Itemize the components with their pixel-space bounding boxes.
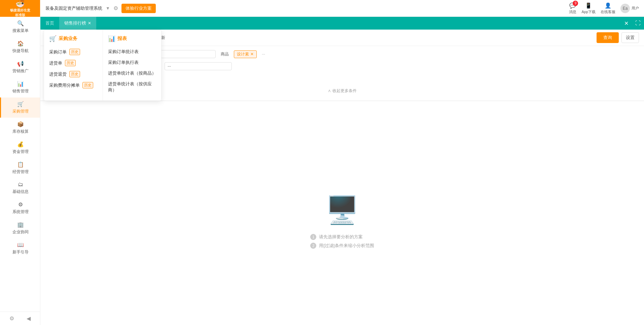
finance-icon: 💰: [17, 141, 24, 148]
report-section-icon: 📊: [108, 35, 115, 42]
sidebar-item-enterprise[interactable]: 🏢 企业协同: [0, 218, 40, 238]
avatar-text: Ea: [623, 6, 628, 11]
goods-tag-text: 设计素: [237, 51, 249, 57]
purchase-expense-label: 采购费用分摊单: [49, 82, 80, 88]
tab-bar-actions: ✕ ⛶: [621, 20, 644, 27]
sidebar-item-guide[interactable]: 📖 新手引导: [0, 238, 40, 258]
sales-icon: 📊: [17, 81, 24, 87]
enterprise-icon: 🏢: [17, 221, 24, 228]
purchase-section-title: 🛒 采购业务: [49, 35, 98, 42]
report-section-title: 📊 报表: [108, 35, 156, 42]
empty-text: 1 请先选择要分析的方案 2 用[过滤]条件来缩小分析范围: [310, 233, 374, 250]
tab-close-icon[interactable]: ✕: [88, 21, 91, 26]
settings-footer-btn[interactable]: ⚙: [9, 315, 14, 322]
sidebar-item-system-label: 系统管理: [12, 209, 29, 215]
incoming-stat-supplier-item[interactable]: 进货单统计表（按供应商）: [108, 79, 156, 95]
report-section: 📊 报表 采购订单统计表 采购订单执行表 进货单统计表（按商品） 进货单统计表（…: [103, 30, 162, 100]
purchase-order-item[interactable]: 采购订单 历史: [49, 46, 98, 57]
sidebar-item-basic-label: 基础信息: [12, 189, 29, 195]
purchase-section-icon: 🛒: [49, 35, 57, 42]
app-label: App下载: [581, 9, 596, 14]
incoming-stat-goods-label: 进货单统计表（按商品）: [108, 70, 156, 76]
sidebar-logo: 🍜 畅捷通好生意 标准版: [0, 0, 40, 17]
salesperson-dots: ···: [168, 64, 171, 69]
service-label: 在线客服: [601, 9, 615, 14]
purchase-expense-item[interactable]: 采购费用分摊单 历史: [49, 80, 98, 91]
purchase-order-stat-label: 采购订单统计表: [108, 49, 139, 55]
service-icon: 👤: [605, 2, 611, 9]
query-button[interactable]: 查询: [597, 32, 619, 43]
sidebar-nav: 🔍 搜索菜单 🏠 快捷导航 📢 营销推广 📊 销售管理 🛒 采购管理 📦 库存核…: [0, 17, 40, 312]
salesperson-filter-input[interactable]: ···: [165, 62, 232, 70]
user-btn[interactable]: Ea 用户: [620, 4, 639, 13]
sidebar-item-inventory[interactable]: 📦 库存核算: [0, 118, 40, 138]
tab-bar-close-btn[interactable]: ✕: [621, 20, 632, 27]
step2-num: 2: [310, 243, 316, 249]
purchase-order-exec-label: 采购订单执行表: [108, 59, 139, 66]
logo-brand: 畅捷通好生意: [10, 8, 30, 13]
collapse-sidebar-btn[interactable]: ◀: [27, 315, 31, 322]
industry-btn[interactable]: 体验行业方案: [121, 4, 156, 13]
goods-filter-dots[interactable]: ···: [262, 52, 265, 56]
sidebar-item-sales[interactable]: 📊 销售管理: [0, 77, 40, 97]
tab-sales-ranking-label: 销售排行榜: [64, 20, 86, 26]
goods-tag-close-icon[interactable]: ✕: [250, 52, 254, 56]
goods-filter-tag: 设计素 ✕: [234, 50, 257, 58]
app-download-btn[interactable]: 📱 App下载: [581, 2, 596, 14]
tab-bar-expand-btn[interactable]: ⛶: [632, 20, 644, 27]
settings-button[interactable]: 设置: [621, 32, 639, 43]
report-section-title-text: 报表: [117, 36, 127, 42]
purchase-section-title-text: 采购业务: [59, 36, 77, 42]
empty-state: 🖥️ 1 请先选择要分析的方案 2 用[过滤]条件来缩小分析范围: [40, 101, 644, 325]
tab-sales-ranking[interactable]: 销售排行榜 ✕: [59, 17, 96, 30]
purchase-return-item[interactable]: 进货退货 历史: [49, 69, 98, 80]
purchase-order-label: 采购订单: [49, 49, 67, 55]
step2-text: 用[过滤]条件来缩小分析范围: [319, 241, 374, 250]
sidebar-item-system[interactable]: ⚙ 系统管理: [0, 198, 40, 218]
sidebar-item-operations-label: 经营管理: [12, 169, 29, 175]
purchase-order-history[interactable]: 历史: [69, 49, 80, 55]
sidebar-item-quicknav-label: 快捷导航: [12, 48, 29, 54]
message-btn[interactable]: 💬 9 消息: [569, 2, 576, 14]
purchase-order-stat-item[interactable]: 采购订单统计表: [108, 46, 156, 57]
header-settings-icon[interactable]: ⚙: [113, 5, 118, 11]
message-label: 消息: [569, 9, 576, 14]
empty-illustration: 🖥️: [325, 194, 359, 226]
header-right: 💬 9 消息 📱 App下载 👤 在线客服 Ea 用户: [569, 2, 639, 14]
sidebar-item-marketing[interactable]: 📢 营销推广: [0, 57, 40, 77]
tab-home-label: 首页: [45, 20, 54, 26]
step1-num: 1: [310, 234, 316, 240]
sidebar-footer: ⚙ ◀: [0, 312, 40, 325]
purchase-dropdown-menu: 🛒 采购业务 采购订单 历史 进货单 历史 进货退货 历史 采购费用分摊单 历史…: [44, 30, 162, 101]
sidebar-item-basic[interactable]: 🗂 基础信息: [0, 178, 40, 198]
goods-filter-label: 商品: [221, 51, 229, 57]
marketing-icon: 📢: [17, 60, 24, 67]
collapse-icon: ∧: [328, 88, 331, 93]
online-service-btn[interactable]: 👤 在线客服: [601, 2, 615, 14]
sidebar-item-finance[interactable]: 💰 资金管理: [0, 138, 40, 158]
tab-home[interactable]: 首页: [40, 17, 59, 30]
sidebar-item-sales-label: 销售管理: [12, 88, 29, 94]
purchase-return-history[interactable]: 历史: [69, 71, 80, 77]
header-dropdown-icon[interactable]: ▼: [106, 6, 110, 11]
sidebar-item-search[interactable]: 🔍 搜索菜单: [0, 17, 40, 37]
incoming-order-history[interactable]: 历史: [65, 60, 76, 66]
message-badge: 9: [573, 1, 578, 6]
operations-icon: 📋: [17, 161, 24, 168]
sidebar-item-quicknav[interactable]: 🏠 快捷导航: [0, 37, 40, 57]
app-icon: 📱: [585, 2, 592, 9]
sidebar-item-marketing-label: 营销推广: [12, 68, 29, 74]
sidebar-item-operations[interactable]: 📋 经营管理: [0, 158, 40, 178]
purchase-order-exec-item[interactable]: 采购订单执行表: [108, 57, 156, 68]
sidebar-item-purchase[interactable]: 🛒 采购管理: [0, 97, 40, 118]
sidebar-item-enterprise-label: 企业协同: [12, 229, 29, 235]
logo-icon: 🍜: [15, 0, 25, 8]
incoming-order-item[interactable]: 进货单 历史: [49, 57, 98, 69]
purchase-expense-history[interactable]: 历史: [82, 82, 93, 88]
purchase-return-label: 进货退货: [49, 71, 67, 77]
tab-bar: 首页 销售排行榜 ✕ ✕ ⛶: [40, 17, 644, 30]
sidebar: 🍜 畅捷通好生意 标准版 🔍 搜索菜单 🏠 快捷导航 📢 营销推广 📊 销售管理…: [0, 0, 40, 325]
incoming-stat-goods-item[interactable]: 进货单统计表（按商品）: [108, 68, 156, 79]
avatar: Ea: [620, 4, 630, 13]
sidebar-item-purchase-label: 采购管理: [12, 109, 29, 114]
